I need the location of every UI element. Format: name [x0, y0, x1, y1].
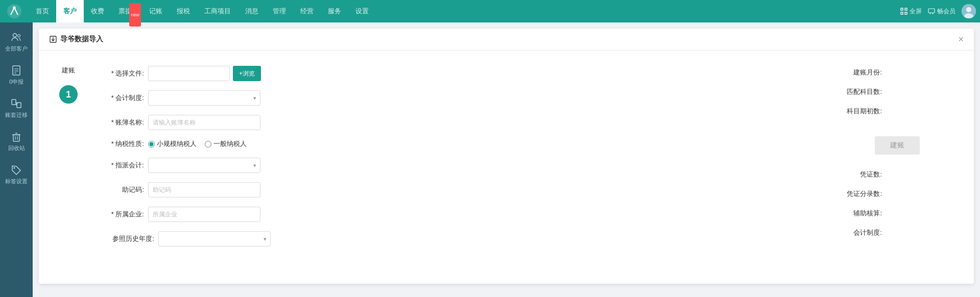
fullscreen-button[interactable]: 全屏 [900, 7, 922, 16]
fullscreen-icon [900, 8, 907, 15]
ledger-name-row: * 账簿名称: [108, 115, 810, 130]
file-icon [11, 65, 22, 76]
accountant-select[interactable] [148, 158, 260, 173]
ref-year-select-wrapper [158, 231, 271, 246]
browse-button[interactable]: +浏览 [233, 66, 261, 81]
sidebar-item-trash[interactable]: 回收站 [0, 126, 33, 157]
accountant-select-wrapper [148, 158, 260, 173]
trash-icon [11, 131, 22, 142]
svg-rect-14 [13, 66, 20, 75]
nav-fee[interactable]: 收费 [84, 0, 111, 22]
form-section: * 选择文件: +浏览 * 会计制度: [108, 66, 810, 246]
nav-service[interactable]: 服务 [321, 0, 348, 22]
step-label: 建账 [62, 66, 75, 75]
ledger-name-label: * 账簿名称: [108, 118, 144, 127]
ref-year-select[interactable] [158, 231, 271, 246]
file-label: * 选择文件: [108, 69, 144, 78]
new-badge: new [129, 3, 141, 27]
tv-icon [928, 8, 935, 15]
svg-rect-6 [928, 9, 935, 13]
sidebar-item-zero-report[interactable]: 0申报 [0, 60, 33, 91]
voucher-count-label: 凭证数: [841, 170, 882, 179]
match-subjects-row: 匹配科目数: [841, 87, 953, 96]
build-account-button[interactable]: 建账 [875, 136, 920, 155]
nav-home[interactable]: 首页 [29, 0, 56, 22]
nav-bookkeeping[interactable]: 记账 [142, 0, 170, 22]
company-row: * 所属企业: [108, 207, 810, 222]
accountant-row: * 指派会计: [108, 158, 810, 173]
svg-rect-5 [905, 12, 907, 14]
step-circle: 1 [59, 85, 78, 104]
tax-option2-label[interactable]: 一般纳税人 [205, 139, 247, 148]
tax-option2-radio[interactable] [205, 141, 211, 147]
navbar-right: 全屏 畅会员 [900, 4, 976, 18]
nav-tax[interactable]: 报税 [170, 0, 197, 22]
nav-invoice[interactable]: 票据 new [111, 0, 142, 22]
sidebar-item-tag-settings[interactable]: 标签设置 [0, 159, 33, 190]
svg-rect-20 [13, 135, 19, 141]
tag-icon [11, 164, 22, 176]
users-icon [11, 32, 22, 43]
memo-row: 助记码: [108, 182, 810, 197]
nav-operation[interactable]: 经营 [293, 0, 321, 22]
step-section: 建账 1 [59, 66, 78, 246]
initial-balance-label: 科目期初数: [841, 107, 882, 116]
avatar[interactable] [962, 4, 976, 18]
nav-client[interactable]: 客户 [56, 0, 84, 22]
main-content: 导爷数据导入 × 建账 1 * 选择文件: [33, 22, 980, 297]
file-row: * 选择文件: +浏览 [108, 66, 810, 81]
tax-type-label: * 纳税性质: [108, 139, 144, 148]
ref-year-label: 参照历史年度: [108, 234, 154, 243]
navbar: 首页 客户 收费 票据 new 记账 报税 工商项目 消息 管理 经营 服务 设… [0, 0, 980, 22]
voucher-entries-row: 凭证分录数: [841, 189, 953, 199]
voucher-entries-label: 凭证分录数: [841, 189, 882, 199]
accounting-system-select-wrapper [148, 90, 260, 106]
accounting-system-select[interactable] [148, 90, 260, 106]
nav-items: 首页 客户 收费 票据 new 记账 报税 工商项目 消息 管理 经营 服务 设… [29, 0, 900, 22]
close-button[interactable]: × [958, 35, 964, 44]
svg-point-1 [13, 6, 16, 9]
ledger-name-input[interactable] [148, 115, 260, 130]
tax-option1-label[interactable]: 小规模纳税人 [148, 139, 197, 148]
info-accounting-system-row: 会计制度: [841, 228, 953, 237]
sidebar-item-all-clients[interactable]: 全部客户 [0, 27, 33, 58]
sidebar: 全部客户 0申报 账套迁移 [0, 22, 33, 297]
tax-option1-radio[interactable] [148, 141, 155, 147]
logo [4, 1, 25, 21]
svg-point-25 [14, 167, 15, 169]
svg-point-10 [966, 7, 971, 12]
file-input-group: +浏览 [148, 66, 261, 81]
dialog-body: 建账 1 * 选择文件: +浏览 * 会计制度: [39, 51, 974, 262]
nav-settings[interactable]: 设置 [348, 0, 376, 22]
accountant-label: * 指派会计: [108, 161, 144, 170]
dialog-header: 导爷数据导入 × [39, 29, 974, 51]
month-row: 建账月份: [841, 68, 953, 77]
tax-radio-group: 小规模纳税人 一般纳税人 [148, 139, 247, 148]
svg-point-12 [13, 34, 17, 37]
accounting-system-row: * 会计制度: [108, 90, 810, 106]
memo-label: 助记码: [108, 185, 144, 194]
memo-input[interactable] [148, 182, 260, 197]
svg-rect-3 [905, 8, 907, 10]
file-input[interactable] [148, 66, 230, 81]
match-subjects-label: 匹配科目数: [841, 87, 882, 96]
accounting-system-label: * 会计制度: [108, 93, 144, 103]
svg-point-13 [18, 35, 20, 37]
info-accounting-system-label: 会计制度: [841, 228, 882, 237]
tax-type-row: * 纳税性质: 小规模纳税人 一般纳税人 [108, 139, 810, 148]
voucher-count-row: 凭证数: [841, 170, 953, 179]
nav-manage[interactable]: 管理 [266, 0, 293, 22]
nav-message[interactable]: 消息 [238, 0, 266, 22]
company-input[interactable] [148, 207, 260, 222]
auxiliary-row: 辅助核算: [841, 209, 953, 218]
sidebar-item-migrate[interactable]: 账套迁移 [0, 93, 33, 124]
vip-button[interactable]: 畅会员 [928, 7, 955, 16]
dialog-card: 导爷数据导入 × 建账 1 * 选择文件: [39, 29, 974, 284]
layout: 全部客户 0申报 账套迁移 [0, 22, 980, 297]
svg-rect-2 [901, 8, 903, 10]
svg-rect-4 [901, 12, 903, 14]
nav-business[interactable]: 工商项目 [197, 0, 238, 22]
migrate-icon [11, 98, 22, 109]
svg-rect-18 [12, 100, 16, 105]
avatar-icon [962, 4, 976, 18]
